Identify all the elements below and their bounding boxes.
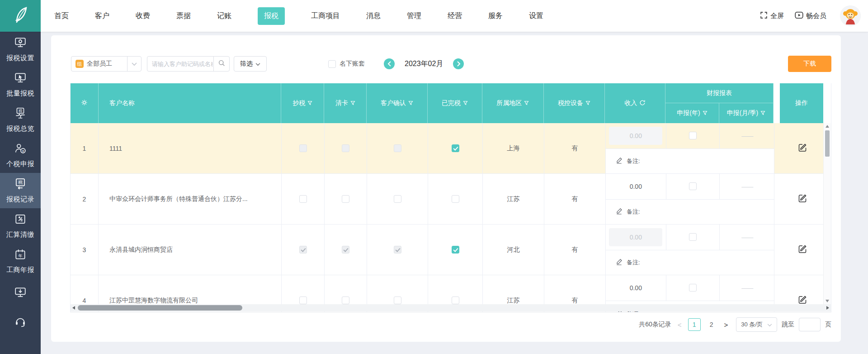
filter-button[interactable]: 筛选 (234, 56, 267, 72)
copy-tax-checkbox-cell (282, 123, 325, 173)
monthly-report-cell: —— (720, 123, 774, 148)
nav-item-3[interactable]: 票据 (176, 11, 191, 21)
previous-month-button[interactable] (384, 58, 395, 69)
own-accounts-toggle[interactable]: 名下账套 (328, 60, 365, 68)
nav-item-8[interactable]: 管理 (407, 11, 421, 21)
clear-card-checkbox[interactable] (342, 144, 349, 152)
header-monthly-report[interactable]: 申报(月/季) (719, 103, 774, 123)
customer-confirm-checkbox[interactable] (394, 195, 401, 203)
header-clear-card[interactable]: 清卡 (324, 83, 367, 123)
copy-tax-checkbox[interactable] (299, 246, 307, 254)
filter-funnel-icon[interactable] (463, 100, 468, 107)
vertical-scrollbar-thumb[interactable] (825, 130, 830, 157)
tax-paid-checkbox[interactable] (452, 297, 459, 304)
header-region[interactable]: 所属地区 (482, 83, 544, 123)
nav-item-7[interactable]: 消息 (366, 11, 381, 21)
copy-tax-checkbox[interactable] (299, 297, 307, 304)
app-logo[interactable] (0, 0, 41, 32)
sidebar-item-support[interactable] (0, 308, 41, 337)
filter-funnel-icon[interactable] (350, 100, 355, 107)
sidebar-item-annual-report[interactable]: 年 工商年报 (0, 244, 41, 279)
fullscreen-button[interactable]: 全屏 (760, 11, 784, 20)
scroll-right-arrow[interactable] (826, 306, 829, 310)
remark-row[interactable]: 备注: (606, 199, 774, 225)
sidebar-item-batch-tax[interactable]: 批量报税 (0, 67, 41, 102)
nav-item-11[interactable]: 设置 (529, 11, 543, 21)
user-avatar[interactable] (840, 5, 861, 26)
nav-item-10[interactable]: 服务 (488, 11, 503, 21)
sidebar-item-tax-records[interactable]: 税 报税记录 (0, 173, 41, 208)
customer-confirm-checkbox[interactable] (394, 144, 401, 152)
member-button[interactable]: 畅会员 (795, 11, 826, 20)
sidebar-item-tax-overview[interactable]: 税 报税总览 (0, 102, 41, 138)
nav-item-6[interactable]: 工商项目 (311, 11, 340, 21)
column-settings-button[interactable] (71, 83, 99, 123)
scroll-left-arrow[interactable] (72, 306, 75, 310)
remark-row[interactable]: 备注: (606, 148, 774, 174)
refresh-icon[interactable] (639, 100, 646, 107)
nav-item-0[interactable]: 首页 (54, 11, 69, 21)
fullscreen-icon (760, 11, 768, 20)
header-annual-report[interactable]: 申报(年) (665, 103, 719, 123)
clear-card-checkbox[interactable] (342, 297, 349, 304)
filter-funnel-icon[interactable] (585, 100, 590, 107)
nav-item-1[interactable]: 客户 (95, 11, 109, 21)
prev-page-button[interactable]: < (676, 321, 684, 329)
tax-paid-checkbox[interactable] (452, 195, 459, 203)
next-month-button[interactable] (453, 58, 464, 69)
tax-paid-checkbox[interactable] (452, 144, 459, 152)
customer-confirm-checkbox[interactable] (394, 297, 401, 304)
region-value: 江苏 (483, 174, 544, 224)
nav-item-2[interactable]: 收费 (136, 11, 150, 21)
jump-to-page-input[interactable] (799, 318, 821, 331)
remark-row[interactable]: 备注: (606, 250, 774, 275)
filter-funnel-icon[interactable] (524, 100, 529, 107)
filter-funnel-icon[interactable] (307, 100, 312, 107)
clear-card-checkbox[interactable] (342, 195, 349, 203)
vertical-scrollbar[interactable] (823, 123, 831, 304)
search-input[interactable] (147, 60, 213, 68)
horizontal-scrollbar-thumb[interactable] (78, 305, 242, 311)
scroll-up-arrow[interactable] (826, 125, 829, 128)
page-size-select[interactable]: 30 条/页 (736, 317, 777, 332)
copy-tax-checkbox[interactable] (299, 195, 307, 203)
filter-funnel-icon[interactable] (760, 110, 765, 117)
annual-report-checkbox[interactable] (689, 233, 697, 241)
clear-card-checkbox[interactable] (342, 246, 349, 254)
header-tax-paid[interactable]: 已完税 (428, 83, 482, 123)
header-income[interactable]: 收入 (605, 83, 665, 123)
income-report-block: 0.00——备注: (606, 123, 774, 173)
edit-record-button[interactable] (797, 142, 808, 154)
filter-funnel-icon[interactable] (408, 100, 413, 107)
remark-label: 备注: (627, 208, 640, 216)
sidebar-item-download[interactable] (0, 279, 41, 308)
header-copy-tax[interactable]: 抄税 (281, 83, 324, 123)
page-button-2[interactable]: 2 (705, 318, 718, 331)
employee-dropdown[interactable]: 组 全部员工 (71, 56, 142, 72)
tax-paid-checkbox[interactable] (452, 246, 459, 254)
employee-dropdown-toggle[interactable] (127, 57, 141, 71)
annual-report-checkbox[interactable] (689, 132, 697, 139)
annual-report-checkbox[interactable] (689, 284, 697, 292)
customer-confirm-checkbox[interactable] (394, 246, 401, 254)
nav-item-4[interactable]: 记账 (217, 11, 231, 21)
next-page-button[interactable]: > (722, 321, 730, 329)
search-button[interactable] (213, 57, 229, 71)
sidebar-item-tax-settings[interactable]: 报税设置 (0, 32, 41, 67)
copy-tax-checkbox[interactable] (299, 144, 307, 152)
nav-item-5[interactable]: 报税 (258, 7, 285, 25)
annual-report-checkbox[interactable] (689, 182, 697, 190)
scroll-down-arrow[interactable] (826, 300, 829, 302)
sidebar-item-final-settlement[interactable]: 汇算清缴 (0, 208, 41, 244)
edit-record-button[interactable] (797, 193, 808, 205)
page-button-1[interactable]: 1 (688, 318, 701, 331)
edit-record-button[interactable] (797, 244, 808, 256)
sidebar-item-personal-tax[interactable]: ¥ 个税申报 (0, 138, 41, 173)
header-customer-confirm[interactable]: 客户确认 (367, 83, 428, 123)
own-accounts-checkbox[interactable] (328, 60, 336, 68)
nav-item-9[interactable]: 经营 (448, 11, 462, 21)
download-button[interactable]: 下载 (788, 56, 831, 72)
header-tax-device[interactable]: 税控设备 (544, 83, 605, 123)
horizontal-scrollbar[interactable] (71, 304, 831, 311)
filter-funnel-icon[interactable] (703, 110, 708, 117)
